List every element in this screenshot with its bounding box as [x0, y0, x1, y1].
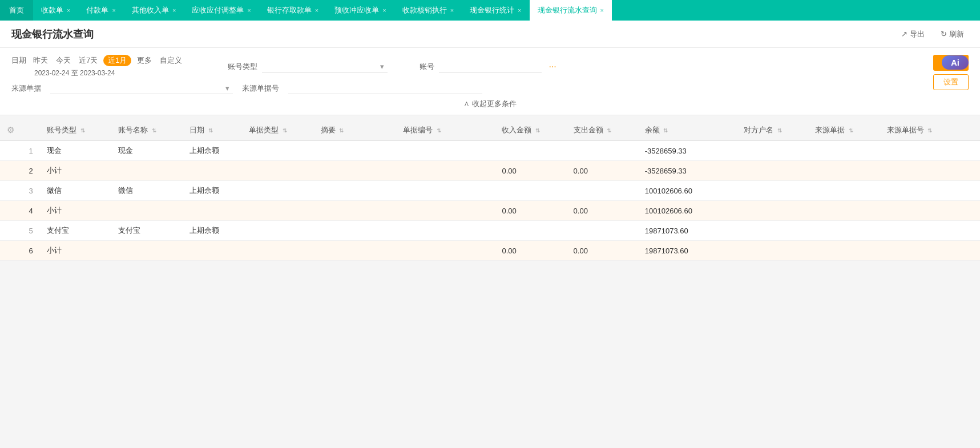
row-balance: -3528659.33: [639, 141, 738, 161]
refresh-button[interactable]: ↻ 刷新: [936, 27, 969, 42]
row-number: 5: [21, 221, 41, 241]
top-nav: 首页 收款单 × 付款单 × 其他收入单 × 应收应付调整单 × 银行存取款单 …: [0, 0, 980, 21]
row-account-name: [112, 161, 184, 181]
source-doc-no-input[interactable]: [288, 83, 482, 94]
row-doc-no: [397, 221, 496, 241]
nav-home[interactable]: 首页: [0, 0, 33, 21]
nav-tab-receipt-execute[interactable]: 收款核销执行 ×: [394, 0, 462, 21]
nav-tab-cash-flow[interactable]: 现金银行流水查询 ×: [530, 0, 612, 21]
row-account-name: 支付宝: [112, 221, 184, 241]
row-income: [496, 141, 567, 161]
row-doc-no: [397, 181, 496, 201]
date-btn-1month[interactable]: 近1月: [103, 55, 131, 66]
close-icon[interactable]: ×: [67, 7, 70, 14]
export-icon: ↗: [901, 30, 908, 38]
table-row: 4 小计 0.00 0.00 100102606.60: [0, 201, 980, 221]
close-icon[interactable]: ×: [450, 7, 454, 14]
sort-icon[interactable]: ⇅: [927, 127, 932, 134]
cash-flow-table: ⚙ 账号类型 ⇅ 账号名称 ⇅ 日期 ⇅ 单据类型 ⇅: [0, 120, 980, 261]
account-type-select[interactable]: ▾: [262, 61, 388, 72]
nav-tab-other-income[interactable]: 其他收入单 ×: [124, 0, 184, 21]
table-row: 3 微信 微信 上期余额 100102606.60: [0, 181, 980, 201]
source-doc-select[interactable]: ▾: [50, 83, 233, 94]
row-counterpart: [738, 221, 809, 241]
table-row: 5 支付宝 支付宝 上期余额 19871073.60: [0, 221, 980, 241]
nav-tab-bank-deposit[interactable]: 银行存取款单 ×: [259, 0, 326, 21]
close-icon[interactable]: ×: [382, 7, 386, 14]
row-doc-type: [243, 221, 314, 241]
ai-button[interactable]: Ai: [942, 55, 969, 70]
nav-tab-receipts[interactable]: 收款单 ×: [33, 0, 78, 21]
date-btn-more[interactable]: 更多: [135, 55, 154, 66]
nav-tab-cash-stats[interactable]: 现金银行统计 ×: [462, 0, 529, 21]
col-income: 收入金额 ⇅: [496, 120, 567, 141]
close-icon[interactable]: ×: [600, 7, 604, 14]
close-icon[interactable]: ×: [315, 7, 318, 14]
row-gear: [0, 141, 21, 161]
close-icon[interactable]: ×: [247, 7, 251, 14]
page-title: 现金银行流水查询: [11, 27, 94, 41]
sort-icon[interactable]: ⇅: [535, 127, 540, 134]
sort-icon[interactable]: ⇅: [849, 127, 853, 134]
close-icon[interactable]: ×: [112, 7, 115, 14]
close-icon[interactable]: ×: [518, 7, 521, 14]
row-balance: 19871073.60: [639, 241, 738, 261]
gear-icon[interactable]: ⚙: [7, 125, 14, 135]
sort-icon[interactable]: ⇅: [607, 127, 611, 134]
row-income: [496, 181, 567, 201]
close-icon[interactable]: ×: [172, 7, 176, 14]
row-number: 6: [21, 241, 41, 261]
more-options-button[interactable]: ···: [549, 62, 556, 72]
date-shortcuts: 昨天 今天 近7天 近1月 更多 自定义: [31, 55, 184, 66]
nav-tab-payments[interactable]: 付款单 ×: [78, 0, 123, 21]
col-doc-no: 单据编号 ⇅: [397, 120, 496, 141]
row-gear: [0, 181, 21, 201]
nav-tab-ar-adjust[interactable]: 应收应付调整单 ×: [184, 0, 259, 21]
row-account-type: 小计: [41, 201, 112, 221]
row-doc-type: [243, 201, 314, 221]
row-counterpart: [738, 141, 809, 161]
nav-tab-prepay[interactable]: 预收冲应收单 ×: [326, 0, 394, 21]
sort-icon[interactable]: ⇅: [339, 127, 344, 134]
sort-icon[interactable]: ⇅: [437, 127, 441, 134]
row-date: 上期余额: [184, 181, 243, 201]
col-expense: 支出金额 ⇅: [568, 120, 639, 141]
export-button[interactable]: ↗ 导出: [897, 27, 929, 42]
row-gear: [0, 201, 21, 221]
row-summary: [315, 241, 398, 261]
row-source-doc-no: [881, 201, 980, 221]
row-expense: [568, 181, 639, 201]
settings-button[interactable]: 设置: [933, 74, 969, 90]
date-btn-yesterday[interactable]: 昨天: [31, 55, 50, 66]
sort-icon[interactable]: ⇅: [283, 127, 287, 134]
row-source-doc: [809, 221, 881, 241]
collapse-conditions-button[interactable]: ∧ 收起更多条件: [11, 96, 969, 110]
header-actions: ↗ 导出 ↻ 刷新: [897, 27, 969, 42]
row-source-doc: [809, 161, 881, 181]
sort-icon[interactable]: ⇅: [80, 127, 85, 134]
row-source-doc: [809, 141, 881, 161]
date-btn-today[interactable]: 今天: [54, 55, 73, 66]
col-row-num: [21, 120, 41, 141]
row-expense: [568, 141, 639, 161]
row-account-type: 微信: [41, 181, 112, 201]
date-btn-7days[interactable]: 近7天: [76, 55, 100, 66]
row-source-doc-no: [881, 161, 980, 181]
row-doc-type: [243, 181, 314, 201]
row-number: 2: [21, 161, 41, 181]
filter-area: 日期 昨天 今天 近7天 近1月 更多 自定义 2023-02-24 至 202…: [0, 48, 980, 115]
row-summary: [315, 221, 398, 241]
sort-icon[interactable]: ⇅: [663, 127, 668, 134]
row-date: 上期余额: [184, 221, 243, 241]
row-account-type: 现金: [41, 141, 112, 161]
row-account-name: 现金: [112, 141, 184, 161]
row-account-name: [112, 201, 184, 221]
sort-icon[interactable]: ⇅: [208, 127, 213, 134]
sort-icon[interactable]: ⇅: [777, 127, 782, 134]
row-balance: 100102606.60: [639, 181, 738, 201]
date-btn-custom[interactable]: 自定义: [158, 55, 184, 66]
table-header-row: ⚙ 账号类型 ⇅ 账号名称 ⇅ 日期 ⇅ 单据类型 ⇅: [0, 120, 980, 141]
row-account-type: 支付宝: [41, 221, 112, 241]
sort-icon[interactable]: ⇅: [152, 127, 156, 134]
account-input[interactable]: [439, 61, 542, 72]
